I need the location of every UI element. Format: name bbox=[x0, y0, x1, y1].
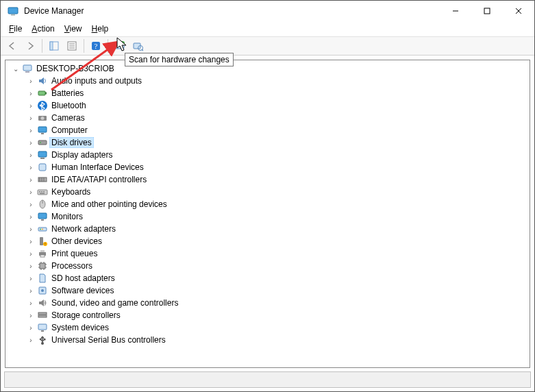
svg-rect-3 bbox=[484, 8, 490, 14]
tree-item[interactable]: ›Mice and other pointing devices bbox=[5, 198, 530, 210]
back-button[interactable] bbox=[5, 38, 20, 53]
tree-item-label[interactable]: Display adapters bbox=[49, 149, 114, 160]
chevron-right-icon[interactable]: › bbox=[26, 150, 36, 160]
tree-item[interactable]: ›Batteries bbox=[5, 87, 530, 99]
tree-item-label[interactable]: SD host adapters bbox=[49, 273, 117, 284]
audio-icon bbox=[37, 75, 48, 86]
tree-item[interactable]: ›Monitors bbox=[5, 210, 530, 223]
tree-item[interactable]: ›Display adapters bbox=[5, 149, 530, 161]
tree-item-label[interactable]: Network adapters bbox=[49, 223, 118, 234]
tree-item-label[interactable]: Monitors bbox=[49, 211, 85, 222]
tree-item[interactable]: ›Human Interface Devices bbox=[5, 161, 530, 173]
tree-item[interactable]: ›IDE ATA/ATAPI controllers bbox=[5, 173, 530, 186]
tree-item-label[interactable]: Software devices bbox=[49, 285, 116, 296]
help-button[interactable]: ? bbox=[88, 38, 103, 53]
menu-help[interactable]: Help bbox=[88, 23, 113, 35]
svg-rect-21 bbox=[25, 71, 29, 73]
tree-item-label[interactable]: Mice and other pointing devices bbox=[49, 199, 169, 210]
menu-action[interactable]: Action bbox=[27, 23, 58, 35]
forward-button[interactable] bbox=[23, 38, 38, 53]
tree-item[interactable]: ›Bluetooth bbox=[5, 99, 530, 112]
chevron-right-icon[interactable]: › bbox=[26, 298, 36, 308]
tree-item[interactable]: ›Cameras bbox=[5, 112, 530, 124]
tree-item[interactable]: ›Software devices bbox=[5, 284, 530, 297]
chevron-right-icon[interactable]: › bbox=[26, 162, 36, 172]
tree-item-label[interactable]: Cameras bbox=[49, 112, 87, 123]
chevron-right-icon[interactable]: › bbox=[26, 310, 36, 320]
statusbar bbox=[4, 371, 531, 388]
chevron-right-icon[interactable]: › bbox=[26, 199, 36, 209]
chevron-right-icon[interactable]: › bbox=[26, 335, 36, 345]
tooltip-scan: Scan for hardware changes bbox=[125, 53, 234, 66]
tree-item-label[interactable]: Batteries bbox=[49, 88, 86, 99]
tree-item-label[interactable]: Disk drives bbox=[49, 137, 94, 148]
tree-item[interactable]: ›Disk drives bbox=[5, 136, 530, 149]
chevron-right-icon[interactable]: › bbox=[26, 249, 36, 258]
tree-item-label[interactable]: Bluetooth bbox=[49, 100, 88, 111]
minimize-button[interactable] bbox=[440, 1, 471, 21]
properties-button[interactable] bbox=[64, 38, 79, 53]
tree-item[interactable]: ›SD host adapters bbox=[5, 272, 530, 284]
tree-item[interactable]: ›System devices bbox=[5, 321, 530, 334]
device-tree[interactable]: ⌄ DESKTOP-B3CRIOB ›Audio inputs and outp… bbox=[5, 60, 530, 368]
tree-item-label[interactable]: Computer bbox=[49, 125, 90, 136]
chevron-right-icon[interactable]: › bbox=[26, 273, 36, 283]
chevron-right-icon[interactable]: › bbox=[26, 187, 36, 197]
chevron-right-icon[interactable]: › bbox=[26, 175, 36, 184]
toolbar-separator bbox=[84, 39, 84, 53]
toolbar-separator bbox=[108, 39, 108, 53]
tree-item[interactable]: ›Processors bbox=[5, 260, 530, 272]
chevron-right-icon[interactable]: › bbox=[26, 113, 36, 123]
tree-item-label[interactable]: Print queues bbox=[49, 248, 99, 259]
tree-item-label[interactable]: Human Interface Devices bbox=[49, 162, 146, 173]
chevron-right-icon[interactable]: › bbox=[26, 138, 36, 147]
keyboard-icon bbox=[37, 186, 48, 197]
chevron-right-icon[interactable]: › bbox=[26, 212, 36, 221]
tree-item[interactable]: ›Other devices bbox=[5, 235, 530, 247]
tree-item-label[interactable]: Sound, video and game controllers bbox=[49, 297, 180, 308]
tree-item[interactable]: ›Audio inputs and outputs bbox=[5, 75, 530, 87]
chevron-right-icon[interactable]: › bbox=[26, 261, 36, 271]
svg-line-18 bbox=[142, 49, 143, 51]
tree-root[interactable]: ⌄ DESKTOP-B3CRIOB bbox=[5, 62, 530, 75]
tree-item[interactable]: ›Universal Serial Bus controllers bbox=[5, 334, 530, 346]
tree-item-label[interactable]: Keyboards bbox=[49, 186, 92, 197]
maximize-button[interactable] bbox=[471, 1, 503, 21]
close-button[interactable] bbox=[503, 1, 534, 21]
update-driver-button[interactable] bbox=[112, 38, 127, 53]
tree-item-label[interactable]: Audio inputs and outputs bbox=[49, 75, 144, 86]
showhide-button[interactable] bbox=[47, 38, 62, 53]
monitor-icon bbox=[37, 211, 48, 222]
tree-item[interactable]: ›Computer bbox=[5, 124, 530, 136]
tree-item[interactable]: ›Sound, video and game controllers bbox=[5, 297, 530, 309]
tree-item[interactable]: ›Print queues bbox=[5, 247, 530, 260]
tree-item[interactable]: ›Storage controllers bbox=[5, 309, 530, 321]
tree-item[interactable]: ›Keyboards bbox=[5, 186, 530, 198]
ide-icon bbox=[37, 174, 48, 185]
chevron-right-icon[interactable]: › bbox=[26, 76, 36, 86]
scan-hardware-button[interactable] bbox=[130, 38, 145, 53]
tree-item-label[interactable]: Processors bbox=[49, 260, 95, 271]
chevron-right-icon[interactable]: › bbox=[26, 224, 36, 234]
chevron-right-icon[interactable]: › bbox=[26, 88, 36, 98]
system-icon bbox=[37, 322, 48, 333]
battery-icon bbox=[37, 88, 48, 99]
chevron-right-icon[interactable]: › bbox=[26, 101, 36, 110]
tree-item-label[interactable]: IDE ATA/ATAPI controllers bbox=[49, 174, 149, 185]
tree-root-label[interactable]: DESKTOP-B3CRIOB bbox=[34, 63, 116, 74]
tree-item-label[interactable]: Other devices bbox=[49, 236, 104, 247]
chevron-right-icon[interactable]: › bbox=[26, 286, 36, 295]
chevron-right-icon[interactable]: › bbox=[26, 323, 36, 332]
tree-item[interactable]: ›Network adapters bbox=[5, 223, 530, 235]
chevron-down-icon[interactable]: ⌄ bbox=[11, 64, 21, 73]
tree-item-label[interactable]: Universal Serial Bus controllers bbox=[49, 334, 168, 345]
svg-rect-20 bbox=[23, 65, 32, 71]
chevron-right-icon[interactable]: › bbox=[26, 125, 36, 135]
tree-item-label[interactable]: System devices bbox=[49, 322, 111, 333]
menu-file[interactable]: File bbox=[5, 23, 26, 35]
svg-text:?: ? bbox=[95, 42, 98, 50]
tree-item-label[interactable]: Storage controllers bbox=[49, 310, 123, 321]
chevron-right-icon[interactable]: › bbox=[26, 236, 36, 246]
menu-view[interactable]: View bbox=[60, 23, 86, 35]
computer-icon bbox=[22, 63, 33, 74]
